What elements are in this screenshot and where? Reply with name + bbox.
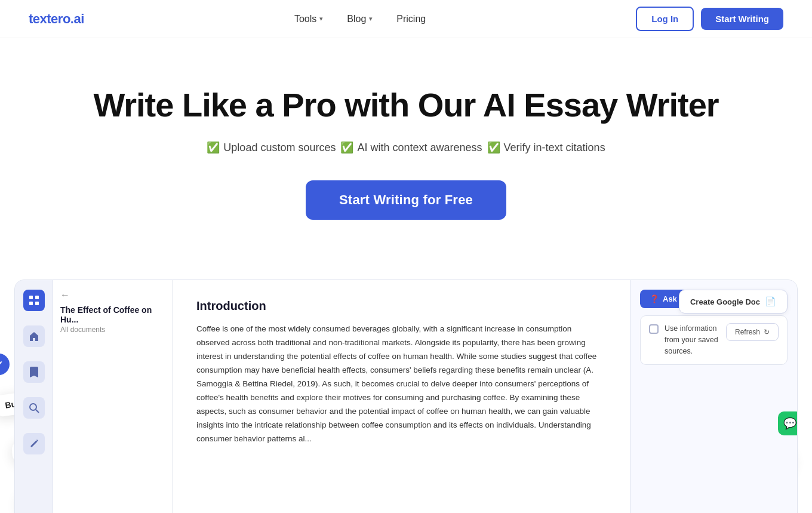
start-writing-button[interactable]: Start Writing — [701, 8, 783, 30]
refresh-icon: ↻ — [764, 328, 770, 336]
use-info-text: Use information from your saved sources. — [665, 323, 720, 357]
check-icon-3: ✅ — [487, 141, 500, 154]
feature-3-label: Verify in-text citations — [504, 142, 605, 154]
feature-1-label: Upload custom sources — [223, 142, 336, 154]
doc-title: The Effect of Coffee on Hu... — [60, 305, 165, 324]
header: textero.ai Tools ▾ Blog ▾ Pricing Log In… — [0, 0, 812, 38]
svg-rect-3 — [35, 302, 39, 305]
svg-rect-2 — [29, 302, 33, 305]
app-main-content: Introduction Coffee is one of the most w… — [173, 280, 630, 513]
hero-title: Write Like a Pro with Our AI Essay Write… — [29, 86, 783, 124]
nav-actions: Log In Start Writing — [636, 7, 783, 31]
nav-blog[interactable]: Blog ▾ — [345, 9, 375, 29]
ask-ai-icon: ❓ — [650, 294, 659, 303]
hero-section: Write Like a Pro with Our AI Essay Write… — [0, 38, 812, 256]
sidebar-icon-home[interactable] — [23, 325, 45, 347]
hero-cta-button[interactable]: Start Writing for Free — [306, 180, 506, 220]
chat-icon-button[interactable]: 💬 — [778, 411, 798, 435]
refresh-button[interactable]: Refresh ↻ — [726, 323, 779, 341]
sidebar-icon-bookmark[interactable] — [23, 361, 45, 383]
panel-use-info-option: Use information from your saved sources.… — [640, 315, 788, 364]
logo-text-blue: .ai — [70, 11, 84, 26]
feature-3: ✅ Verify in-text citations — [487, 141, 605, 154]
chat-bubble-icon: 💬 — [783, 417, 796, 430]
tools-label: Tools — [294, 14, 316, 24]
pricing-label: Pricing — [396, 14, 426, 24]
login-button[interactable]: Log In — [636, 7, 694, 31]
logo-text-black: textero — [29, 11, 70, 26]
doc-nav: ← The Effect of Coffee on Hu... All docu… — [53, 280, 173, 513]
sidebar-icon-edit[interactable] — [23, 433, 45, 454]
app-sidebar — [15, 280, 53, 513]
content-heading: Introduction — [196, 299, 606, 313]
create-google-doc-label: Create Google Doc — [690, 297, 760, 306]
check-circle-badge: ✓ — [0, 354, 10, 375]
content-body: Coffee is one of the most widely consume… — [196, 322, 606, 446]
create-google-doc-button[interactable]: Create Google Doc 📄 — [679, 290, 788, 314]
feature-2-label: AI with context awareness — [357, 142, 482, 154]
tools-chevron-icon: ▾ — [319, 15, 323, 23]
back-arrow-icon: ← — [60, 290, 70, 300]
logo[interactable]: textero.ai — [29, 11, 84, 27]
doc-back-button[interactable]: ← — [60, 290, 165, 300]
doc-icon: 📄 — [765, 296, 776, 307]
use-info-label: Use information from your saved sources. — [665, 324, 718, 355]
blog-label: Blog — [347, 14, 366, 24]
sidebar-icon-search[interactable] — [23, 397, 45, 419]
hero-features: ✅ Upload custom sources ✅ AI with contex… — [29, 141, 783, 154]
feature-2: ✅ AI with context awareness — [340, 141, 482, 154]
svg-rect-1 — [35, 296, 39, 299]
svg-point-4 — [30, 404, 36, 410]
check-icon-1: ✅ — [207, 141, 220, 154]
nav-tools[interactable]: Tools ▾ — [292, 9, 325, 29]
sidebar-icon-grid[interactable] — [23, 290, 45, 311]
app-right-panel: ❓ Ask AI 📚 Sources Use information from … — [630, 280, 797, 513]
refresh-label: Refresh — [735, 328, 760, 336]
use-info-checkbox[interactable] — [649, 324, 659, 334]
nav-pricing[interactable]: Pricing — [394, 9, 428, 29]
doc-subtitle: All documents — [60, 325, 165, 334]
app-preview-section: ✓ Built-in AI detector Safe for academic… — [0, 279, 812, 513]
main-nav: Tools ▾ Blog ▾ Pricing — [292, 9, 428, 29]
feature-1: ✅ Upload custom sources — [207, 141, 336, 154]
blog-chevron-icon: ▾ — [369, 15, 373, 23]
app-window: Create Google Doc 📄 💬 — [14, 279, 798, 513]
check-icon-2: ✅ — [340, 141, 353, 154]
svg-rect-0 — [29, 296, 33, 299]
svg-line-5 — [35, 410, 39, 413]
